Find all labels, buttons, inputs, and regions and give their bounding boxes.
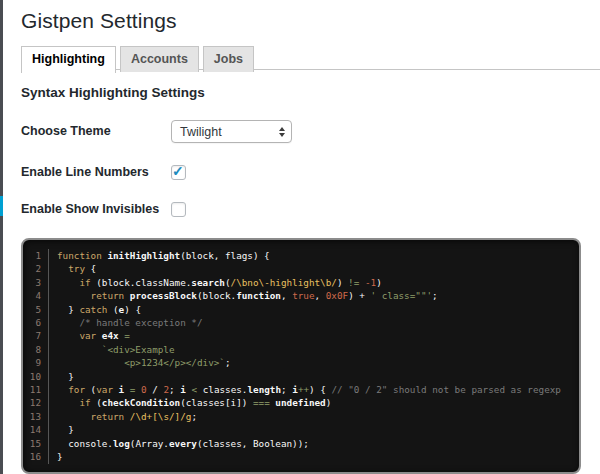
code-line: 16}: [23, 450, 573, 463]
line-number: 7: [23, 329, 49, 342]
code-text: try {: [57, 262, 573, 275]
code-text: if (checkCondition(classes[i]) === undef…: [57, 396, 573, 409]
line-number: 5: [23, 303, 49, 316]
line-number: 6: [23, 316, 49, 329]
admin-menu-collapse-notch[interactable]: [0, 196, 3, 216]
line-numbers-row: Enable Line Numbers ✓: [21, 164, 580, 180]
code-text: console.log(Array.every(classes, Boolean…: [57, 437, 573, 450]
tab-highlighting[interactable]: Highlighting: [21, 46, 116, 73]
line-numbers-label: Enable Line Numbers: [21, 164, 171, 179]
code-line: 6 /* handle exception */: [23, 316, 573, 329]
theme-label: Choose Theme: [21, 120, 171, 138]
admin-menu-edge: [0, 0, 3, 474]
line-number: 10: [23, 370, 49, 383]
code-text: return /\d+[\s/]/g;: [57, 410, 573, 423]
theme-select-value: Twilight: [180, 125, 277, 139]
code-text: for (var i = 0 / 2; i < classes.length; …: [57, 383, 573, 396]
code-line: 11 for (var i = 0 / 2; i < classes.lengt…: [23, 383, 573, 396]
line-number: 4: [23, 289, 49, 302]
code-line: 14 }: [23, 423, 573, 436]
code-line: 10 }: [23, 370, 573, 383]
code-line: 15 console.log(Array.every(classes, Bool…: [23, 437, 573, 450]
code-text: }: [57, 370, 573, 383]
code-text: /* handle exception */: [57, 316, 573, 329]
line-number: 2: [23, 262, 49, 275]
code-text: `<div>Example: [57, 343, 573, 356]
code-text: <p>1234</p></div>`;: [57, 356, 573, 369]
tab-jobs[interactable]: Jobs: [203, 46, 254, 72]
settings-form: Choose Theme Twilight Enable Line Number…: [21, 120, 580, 217]
tab-bar: HighlightingAccountsJobs: [21, 44, 600, 70]
checkmark-icon: ✓: [172, 163, 184, 180]
line-numbers-checkbox[interactable]: ✓: [171, 165, 186, 180]
code-text: return processBlock(block.function, true…: [57, 289, 573, 302]
code-line: 13 return /\d+[\s/]/g;: [23, 410, 573, 423]
section-heading: Syntax Highlighting Settings: [21, 85, 580, 100]
code-lines: 1function initHighlight(block, flags) {2…: [23, 249, 573, 464]
code-text: }: [57, 423, 573, 436]
code-line: 1function initHighlight(block, flags) {: [23, 249, 573, 262]
line-number: 3: [23, 276, 49, 289]
code-text: } catch (e) {: [57, 303, 573, 316]
code-line: 5 } catch (e) {: [23, 303, 573, 316]
line-number: 16: [23, 450, 49, 463]
line-number: 12: [23, 396, 49, 409]
code-line: 4 return processBlock(block.function, tr…: [23, 289, 573, 302]
select-stepper-icon: [277, 127, 287, 137]
code-line: 7 var e4x =: [23, 329, 573, 342]
tab-accounts[interactable]: Accounts: [120, 46, 199, 72]
code-preview: 1function initHighlight(block, flags) {2…: [21, 238, 581, 474]
theme-select[interactable]: Twilight: [171, 120, 292, 143]
invisibles-label: Enable Show Invisibles: [21, 201, 171, 216]
code-line: 12 if (checkCondition(classes[i]) === un…: [23, 396, 573, 409]
code-text: if (block.className.search(/\bno\-highli…: [57, 276, 573, 289]
line-number: 15: [23, 437, 49, 450]
code-text: var e4x =: [57, 329, 573, 342]
line-number: 13: [23, 410, 49, 423]
code-text: }: [57, 450, 573, 463]
invisibles-checkbox[interactable]: [171, 202, 186, 217]
line-number: 1: [23, 249, 49, 262]
line-number: 14: [23, 423, 49, 436]
line-number: 11: [23, 383, 49, 396]
page-title: Gistpen Settings: [21, 9, 580, 33]
line-number: 9: [23, 356, 49, 369]
theme-row: Choose Theme Twilight: [21, 120, 580, 143]
code-line: 3 if (block.className.search(/\bno\-high…: [23, 276, 573, 289]
settings-page: Gistpen Settings HighlightingAccountsJob…: [0, 0, 600, 474]
code-text: function initHighlight(block, flags) {: [57, 249, 573, 262]
line-number: 8: [23, 343, 49, 356]
code-line: 8 `<div>Example: [23, 343, 573, 356]
invisibles-row: Enable Show Invisibles: [21, 201, 580, 217]
code-line: 9 <p>1234</p></div>`;: [23, 356, 573, 369]
code-line: 2 try {: [23, 262, 573, 275]
